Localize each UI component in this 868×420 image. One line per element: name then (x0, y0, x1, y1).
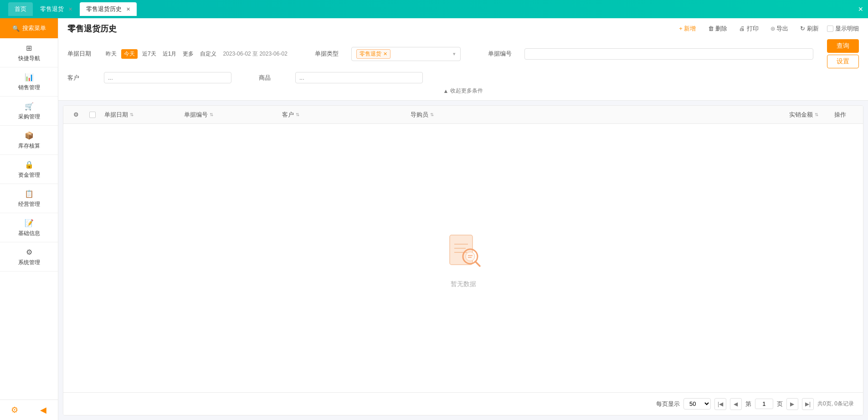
total-info: 共0页, 0条记录 (817, 400, 854, 408)
settings-button[interactable]: 设置 (827, 55, 859, 68)
bill-type-label: 单据类型 (315, 50, 342, 58)
sales-icon: 📊 (24, 72, 34, 82)
show-detail-toggle[interactable]: 显示明细 (827, 25, 859, 33)
bill-type-tag-close[interactable]: ✕ (383, 51, 387, 57)
date-opt-today[interactable]: 今天 (121, 49, 138, 59)
empty-state: 暂无数据 (63, 124, 863, 392)
settings-bottom-btn[interactable]: ⚙ (0, 400, 29, 420)
top-bar: 首页 零售退货 ✕ 零售退货历史 ✕ ✕ (0, 0, 868, 18)
sidebar-item-finance[interactable]: 🔒 资金管理 (0, 155, 58, 184)
page-header: 零售退货历史 + 新增 🗑 删除 🖨 打印 ⊙ 导出 ↻ 刷新 显示明细 (58, 18, 868, 101)
inventory-icon: 📦 (24, 130, 34, 140)
window-close-button[interactable]: ✕ (858, 5, 863, 13)
sidebar-bottom: ⚙ ◀ (0, 400, 58, 420)
delete-button[interactable]: 🗑 删除 (704, 23, 731, 35)
page-number-input[interactable] (755, 399, 773, 409)
th-guide: 导购员 ⇅ (407, 111, 505, 119)
system-icon: ⚙ (24, 247, 34, 257)
refresh-button[interactable]: ↻ 刷新 (796, 23, 822, 35)
main-layout: 🔍 搜索菜单 ⊞ 快捷导航 📊 销售管理 🛒 采购管理 📦 库存核算 🔒 资金管… (0, 18, 868, 420)
operations-icon: 📋 (24, 189, 34, 199)
tab-retail-return[interactable]: 零售退货 ✕ (34, 2, 79, 16)
tab-home[interactable]: 首页 (8, 2, 33, 16)
date-options: 昨天 今天 近7天 近1月 更多 自定义 2023-06-02 至 2023-0… (104, 49, 288, 59)
th-check[interactable] (84, 112, 101, 118)
pagination-bar: 每页显示 10 20 50 100 |◀ ◀ 第 页 ▶ ▶| 共0页, 0条记… (63, 392, 863, 415)
th-amount-sort[interactable]: ⇅ (815, 112, 818, 117)
date-range-display: 2023-06-02 至 2023-06-02 (223, 50, 287, 58)
svg-point-5 (466, 252, 475, 261)
prev-page-btn[interactable]: ◀ (730, 398, 742, 410)
sidebar-search[interactable]: 🔍 搜索菜单 (0, 18, 58, 38)
th-customer-sort[interactable]: ⇅ (296, 112, 299, 117)
table-header: ⚙ 单据日期 ⇅ 单据编号 ⇅ 客户 ⇅ 导购员 ⇅ (63, 106, 863, 124)
customer-label: 客户 (67, 74, 95, 82)
show-detail-checkbox[interactable] (827, 26, 833, 32)
filter-row-1: 单据日期 昨天 今天 近7天 近1月 更多 自定义 2023-06-02 至 2… (67, 39, 859, 68)
th-customer-label: 客户 (282, 111, 294, 119)
sidebar-item-inventory[interactable]: 📦 库存核算 (0, 126, 58, 155)
collapse-up-icon: ▲ (443, 88, 449, 94)
th-amount: 实销金额 ⇅ (754, 111, 822, 119)
page-title-row: 零售退货历史 + 新增 🗑 删除 🖨 打印 ⊙ 导出 ↻ 刷新 显示明细 (67, 23, 859, 35)
base-icon: 📝 (24, 218, 34, 228)
filter-area: 单据日期 昨天 今天 近7天 近1月 更多 自定义 2023-06-02 至 2… (67, 39, 859, 100)
print-button[interactable]: 🖨 打印 (735, 23, 762, 35)
tab-list: 首页 零售退货 ✕ 零售退货历史 ✕ (8, 2, 858, 16)
toolbar: + 新增 🗑 删除 🖨 打印 ⊙ 导出 ↻ 刷新 显示明细 (675, 23, 859, 35)
sidebar-item-base[interactable]: 📝 基础信息 (0, 213, 58, 242)
th-customer: 客户 ⇅ (278, 111, 407, 119)
date-opt-1month[interactable]: 近1月 (161, 49, 179, 59)
customer-input[interactable] (104, 72, 231, 83)
select-all-checkbox[interactable] (89, 112, 96, 118)
th-gear[interactable]: ⚙ (68, 111, 84, 118)
add-button[interactable]: + 新增 (675, 23, 699, 35)
sidebar-item-operations[interactable]: 📋 经营管理 (0, 184, 58, 213)
sidebar-item-purchase[interactable]: 🛒 采购管理 (0, 97, 58, 126)
sidebar: 🔍 搜索菜单 ⊞ 快捷导航 📊 销售管理 🛒 采购管理 📦 库存核算 🔒 资金管… (0, 18, 58, 420)
th-billno-sort[interactable]: ⇅ (210, 112, 213, 117)
th-guide-label: 导购员 (411, 111, 428, 119)
th-guide-sort[interactable]: ⇅ (430, 112, 434, 117)
sidebar-item-system[interactable]: ⚙ 系统管理 (0, 242, 58, 271)
page-input-prefix: 第 (745, 400, 751, 408)
purchase-icon: 🛒 (24, 101, 34, 111)
page-title: 零售退货历史 (67, 23, 117, 34)
bill-type-tag: 零售退货 ✕ (356, 49, 390, 59)
search-icon: 🔍 (12, 25, 20, 32)
date-opt-custom[interactable]: 自定义 (198, 49, 218, 59)
th-action-label: 操作 (834, 111, 846, 119)
th-action: 操作 (822, 111, 858, 119)
th-date-sort[interactable]: ⇅ (130, 112, 134, 117)
bill-no-input[interactable] (524, 48, 813, 60)
date-opt-more[interactable]: 更多 (181, 49, 195, 59)
goods-input[interactable] (295, 72, 423, 83)
page-size-label: 每页显示 (656, 400, 680, 408)
first-page-btn[interactable]: |◀ (714, 398, 726, 410)
collapse-filter-btn[interactable]: ▲ 收起更多条件 (67, 87, 859, 95)
export-button[interactable]: ⊙ 导出 (767, 23, 792, 35)
empty-text: 暂无数据 (451, 280, 476, 288)
bill-type-chevron: ▾ (453, 51, 456, 57)
th-date: 单据日期 ⇅ (101, 111, 180, 119)
goods-label: 商品 (259, 74, 286, 82)
date-opt-7days[interactable]: 近7天 (140, 49, 158, 59)
close-retail-return-tab[interactable]: ✕ (68, 6, 72, 12)
tab-retail-return-history[interactable]: 零售退货历史 ✕ (80, 2, 137, 16)
th-amount-label: 实销金额 (789, 111, 813, 119)
sidebar-item-sales[interactable]: 📊 销售管理 (0, 67, 58, 97)
query-button[interactable]: 查询 (827, 39, 859, 53)
collapse-sidebar-btn[interactable]: ◀ (29, 400, 58, 420)
page-size-select[interactable]: 10 20 50 100 (683, 398, 711, 410)
sidebar-item-quick-nav[interactable]: ⊞ 快捷导航 (0, 38, 58, 67)
date-opt-yesterday[interactable]: 昨天 (104, 49, 118, 59)
close-retail-return-history-tab[interactable]: ✕ (126, 6, 130, 12)
bill-type-select[interactable]: 零售退货 ✕ ▾ (351, 47, 461, 61)
last-page-btn[interactable]: ▶| (802, 398, 814, 410)
table-container: ⚙ 单据日期 ⇅ 单据编号 ⇅ 客户 ⇅ 导购员 ⇅ (63, 105, 863, 415)
bill-no-label: 单据编号 (488, 50, 515, 58)
next-page-btn[interactable]: ▶ (786, 398, 798, 410)
query-settings-btns: 查询 设置 (827, 39, 859, 68)
empty-icon (441, 228, 486, 274)
content-area: 零售退货历史 + 新增 🗑 删除 🖨 打印 ⊙ 导出 ↻ 刷新 显示明细 (58, 18, 868, 420)
